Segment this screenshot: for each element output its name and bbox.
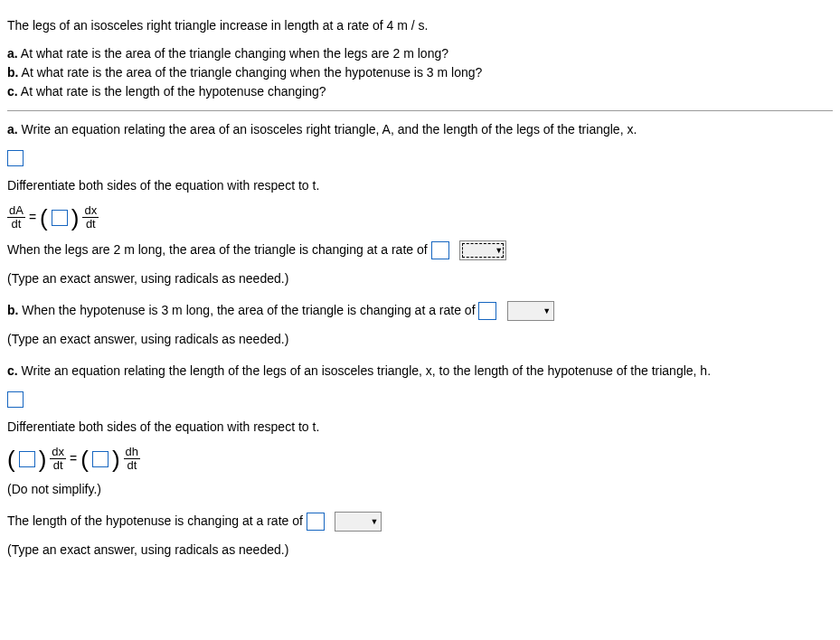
part-c-rate-input[interactable] — [307, 513, 325, 531]
part-c-final-text: The length of the hypotenuse is changing… — [7, 513, 303, 528]
part-c-rate-unit-select[interactable] — [335, 512, 382, 532]
part-a-prompt: a. Write an equation relating the area o… — [7, 120, 833, 139]
part-c-right-coeff-input[interactable] — [92, 451, 109, 467]
part-b-text: When the hypotenuse is 3 m long, the are… — [22, 303, 475, 317]
part-c-left-coeff-input[interactable] — [19, 451, 35, 467]
problem-stem: The legs of an isosceles right triangle … — [7, 16, 833, 35]
part-a-diff-coeff-input[interactable] — [52, 210, 68, 226]
part-b-hint: (Type an exact answer, using radicals as… — [7, 330, 833, 349]
part-b-rate-input[interactable] — [478, 302, 496, 320]
part-c-do-not-simplify: (Do not simplify.) — [7, 480, 833, 499]
problem-part-a: a. a. At what rate is the area of the tr… — [7, 44, 833, 63]
part-b-rate-unit-select[interactable] — [507, 301, 554, 321]
part-a-rate-unit-select[interactable] — [459, 240, 506, 260]
part-a-hint: (Type an exact answer, using radicals as… — [7, 269, 833, 288]
part-c-prompt: c. Write an equation relating the length… — [7, 362, 833, 381]
part-c-diff-prompt: Differentiate both sides of the equation… — [7, 418, 833, 437]
part-a-diff-equation: dA dt = ( ) dx dt — [7, 204, 833, 231]
problem-part-b: b. At what rate is the area of the trian… — [7, 63, 833, 82]
part-c-relation-input[interactable] — [7, 391, 24, 408]
problem-part-c: c. At what rate is the length of the hyp… — [7, 82, 833, 101]
part-a-rate-text: When the legs are 2 m long, the area of … — [7, 242, 428, 257]
divider — [7, 110, 833, 111]
part-b-label: b. — [7, 303, 18, 317]
part-a-area-equation-input[interactable] — [7, 150, 24, 166]
part-a-diff-prompt: Differentiate both sides of the equation… — [7, 176, 833, 195]
part-c-diff-equation: ( ) dx dt = ( ) dh dt — [7, 446, 833, 473]
part-a-rate-input[interactable] — [431, 241, 449, 259]
part-c-hint: (Type an exact answer, using radicals as… — [7, 541, 833, 560]
